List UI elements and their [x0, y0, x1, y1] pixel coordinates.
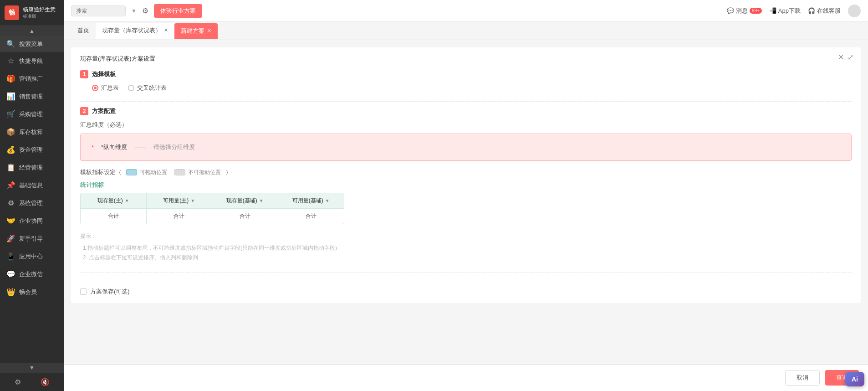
new-guide-icon: 🚀: [6, 234, 15, 243]
stats-col-3-header[interactable]: 现存量(基辅) ▼: [212, 193, 278, 208]
stats-table-header: 现存量(主) ▼ 可用量(主) ▼ 现存量(基辅) ▼ 可用量(基辅): [81, 193, 344, 208]
template-summary-option[interactable]: 汇总表: [92, 84, 119, 92]
trial-industry-button[interactable]: 体验行业方案: [154, 4, 202, 18]
cooperation-icon: 🤝: [6, 216, 15, 225]
messages-icon: 💬: [727, 7, 734, 14]
section-divider-2: [80, 272, 852, 273]
app-center-icon: 📱: [6, 252, 15, 261]
headset-icon: 🎧: [808, 7, 815, 14]
cancel-button[interactable]: 取消: [785, 370, 820, 386]
col3-dropdown-icon[interactable]: ▼: [259, 198, 264, 203]
sidebar-item-system[interactable]: ⚙ 系统管理: [0, 194, 64, 212]
section2-title: 方案配置: [92, 107, 116, 115]
search-menu-icon: 🔍: [6, 40, 15, 48]
template-cross-option[interactable]: 交叉统计表: [128, 84, 167, 92]
sidebar-item-cooperation[interactable]: 🤝 企业协同: [0, 212, 64, 230]
stats-table: 现存量(主) ▼ 可用量(主) ▼ 现存量(基辅) ▼ 可用量(基辅): [80, 193, 344, 224]
indicator-legend: 可拖动位置 不可拖动位置: [126, 169, 221, 176]
tip-1: 1.拖动标题栏可以调整布局，不可跨维度或指标区域拖动栏目字段(只能在同一维度或指…: [80, 243, 852, 253]
sidebar-item-member[interactable]: 👑 畅会员: [0, 283, 64, 301]
operations-icon: 📋: [6, 163, 15, 172]
stats-table-row-1: 合计 合计 合计 合计: [81, 208, 344, 224]
quick-nav-icon: ☆: [6, 57, 15, 65]
sidebar-item-finance[interactable]: 💰 资金管理: [0, 141, 64, 159]
dim-name-label: *纵向维度: [101, 143, 127, 151]
sidebar-item-inventory[interactable]: 📦 库存核算: [0, 123, 64, 141]
col1-dropdown-icon[interactable]: ▼: [125, 198, 129, 203]
content-area: ✕ ⤢ 现存量(库存状况表)方案设置 1 选择模板 汇总表 交叉统: [64, 40, 868, 364]
section-divider-1: [80, 101, 852, 102]
col4-dropdown-icon[interactable]: ▼: [325, 198, 330, 203]
topbar-settings-icon[interactable]: ⚙: [142, 6, 148, 15]
sidebar-item-search-menu[interactable]: 🔍 搜索菜单: [0, 36, 64, 52]
ai-fab-button[interactable]: Ai: [845, 372, 864, 386]
sidebar-item-operations[interactable]: 📋 经营管理: [0, 159, 64, 176]
sidebar-scroll-down[interactable]: ▼: [0, 363, 64, 373]
panel-expand-icon[interactable]: ⤢: [848, 53, 853, 62]
section-scheme-config: 2 方案配置 汇总维度（必选） * *纵向维度 —— 请选择分组维度 模板指标设…: [80, 107, 852, 263]
topbar-search-input[interactable]: [71, 5, 126, 16]
tab-inventory-status[interactable]: 现存量（库存状况表） ✕: [96, 23, 174, 39]
sidebar-scroll-up[interactable]: ▲: [0, 26, 64, 36]
stats-col-2-header[interactable]: 可用量(主) ▼: [147, 193, 213, 208]
section1-num: 1: [80, 70, 88, 78]
sidebar-item-wechat[interactable]: 💬 企业微信: [0, 265, 64, 283]
topbar-search: [71, 5, 126, 16]
dim-label: 汇总维度（必选）: [80, 121, 852, 129]
dim-placeholder[interactable]: 请选择分组维度: [153, 143, 195, 151]
logo-icon: 畅: [5, 5, 19, 20]
tab-new-scheme[interactable]: 新建方案 ✕: [174, 23, 218, 39]
section1-title: 选择模板: [92, 70, 116, 78]
sidebar-item-marketing[interactable]: 🎁 营销推广: [0, 70, 64, 87]
stats-col-1-header[interactable]: 现存量(主) ▼: [81, 193, 147, 208]
stats-cell-1-2: 合计: [147, 209, 213, 224]
sidebar-settings-icon[interactable]: ⚙: [15, 378, 21, 386]
panel-close-icon[interactable]: ✕: [838, 53, 844, 62]
basic-info-icon: 📌: [6, 181, 15, 190]
sidebar-item-app-center[interactable]: 📱 应用中心: [0, 247, 64, 265]
sidebar-item-basic-info[interactable]: 📌 基础信息: [0, 176, 64, 194]
sales-icon: 📊: [6, 92, 15, 101]
wechat-icon: 💬: [6, 270, 15, 278]
stats-cell-1-4: 合计: [278, 209, 344, 224]
save-option: 方案保存(可选): [80, 280, 852, 296]
dim-dash: ——: [134, 144, 146, 151]
tab-new-scheme-close-icon[interactable]: ✕: [207, 28, 211, 34]
template-summary-radio[interactable]: [92, 85, 98, 91]
topbar-right: 💬 消息 99+ 📲 App下载 🎧 在线客服: [727, 5, 861, 17]
stats-col-4-header[interactable]: 可用量(基辅) ▼: [278, 193, 344, 208]
sidebar-item-quick-nav[interactable]: ☆ 快捷导航: [0, 52, 64, 70]
messages-item[interactable]: 💬 消息 99+: [727, 7, 762, 15]
sidebar-item-new-guide[interactable]: 🚀 新手引导: [0, 230, 64, 247]
section1-header: 1 选择模板: [80, 70, 852, 78]
bottom-bar: 取消 查询: [64, 364, 868, 391]
template-cross-radio[interactable]: [128, 85, 134, 91]
tips-section: 提示： 1.拖动标题栏可以调整布局，不可跨维度或指标区域拖动栏目字段(只能在同一…: [80, 232, 852, 263]
user-avatar[interactable]: [848, 5, 861, 17]
section2-header: 2 方案配置: [80, 107, 852, 115]
inventory-icon: 📦: [6, 128, 15, 136]
legend-non-draggable: 不可拖动位置: [174, 169, 221, 176]
page-title: 现存量(库存状况表)方案设置: [80, 55, 852, 63]
stats-cell-1-3: 合计: [212, 209, 278, 224]
marketing-icon: 🎁: [6, 74, 15, 83]
tab-home[interactable]: 首页: [71, 23, 96, 39]
sidebar-item-sales[interactable]: 📊 销售管理: [0, 87, 64, 105]
topbar-dropdown-icon[interactable]: ▼: [131, 8, 137, 14]
non-draggable-legend-box: [174, 169, 185, 175]
legend-draggable: 可拖动位置: [126, 169, 167, 176]
member-icon: 👑: [6, 288, 15, 296]
save-checkbox[interactable]: [80, 288, 87, 295]
messages-badge: 99+: [750, 8, 762, 14]
purchase-icon: 🛒: [6, 110, 15, 118]
sidebar-item-purchase[interactable]: 🛒 采购管理: [0, 105, 64, 123]
tab-inventory-close-icon[interactable]: ✕: [164, 27, 168, 33]
col2-dropdown-icon[interactable]: ▼: [190, 198, 195, 203]
dim-row: * *纵向维度 —— 请选择分组维度: [92, 143, 840, 151]
topbar: ▼ ⚙ 体验行业方案 💬 消息 99+ 📲 App下载 🎧 在线客服: [64, 0, 868, 22]
app-download-item[interactable]: 📲 App下载: [769, 7, 801, 15]
online-service-item[interactable]: 🎧 在线客服: [808, 7, 841, 15]
dimension-box: * *纵向维度 —— 请选择分组维度: [80, 134, 852, 161]
sidebar-sound-icon[interactable]: 🔇: [41, 378, 50, 386]
tip-2: 2. 点击标题栏下拉可设置排序、插入列和删除列: [80, 253, 852, 263]
